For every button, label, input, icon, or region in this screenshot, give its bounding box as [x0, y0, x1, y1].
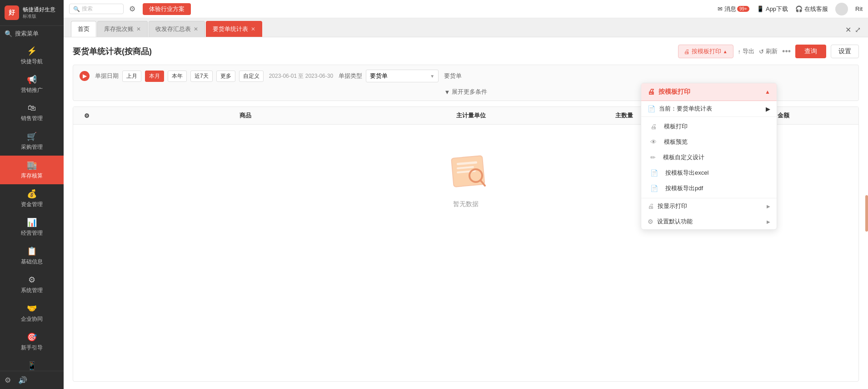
sidebar-item-sales[interactable]: 🛍 销售管理: [0, 99, 64, 127]
dropdown-export-excel[interactable]: 📄 按模板导出excel: [641, 165, 777, 181]
topbar-search-placeholder: 搜索: [82, 5, 93, 13]
system-icon: ⚙: [28, 275, 35, 285]
dropdown-template-preview[interactable]: 👁 模板预览: [641, 134, 777, 150]
online-service-label: 在线客服: [804, 5, 828, 13]
sound-icon[interactable]: 🔊: [18, 376, 27, 384]
online-service-button[interactable]: 🎧 在线客服: [795, 5, 828, 13]
app-name: 畅捷通好生意: [23, 6, 55, 14]
date-btn-this-month[interactable]: 本月: [145, 71, 164, 82]
sidebar-item-purchase[interactable]: 🛒 采购管理: [0, 127, 64, 156]
display-print-arrow-icon: ▶: [767, 204, 770, 209]
user-avatar[interactable]: [835, 3, 848, 15]
tab-inventory-batch[interactable]: 库存批次账 ✕: [97, 21, 148, 37]
page-content: 要货单统计表(按商品) 🖨 按模板打印 ▲ ↑ 导出 ↺: [64, 37, 868, 389]
sidebar-item-finance[interactable]: 💰 资金管理: [0, 184, 64, 213]
dropdown-current-template[interactable]: 📄 当前：要货单统计表 ▶: [641, 101, 777, 117]
sidebar-item-label: 系统管理: [21, 287, 43, 294]
sidebar-search-label: 搜索菜单: [15, 30, 39, 38]
more-button[interactable]: •••: [782, 47, 791, 56]
goods-filter-section: 要货单: [444, 72, 462, 80]
tab-home[interactable]: 首页: [71, 21, 96, 37]
date-btn-this-year[interactable]: 本年: [168, 71, 187, 82]
scroll-indicator[interactable]: [865, 195, 868, 232]
dropdown-title: 按模板打印: [658, 88, 690, 96]
page-header: 要货单统计表(按商品) 🖨 按模板打印 ▲ ↑ 导出 ↺: [73, 45, 859, 58]
date-filter-label: 单据日期: [95, 72, 119, 80]
trial-button[interactable]: 体验行业方案: [143, 3, 191, 15]
download-icon: 📱: [757, 5, 764, 12]
sidebar-search[interactable]: 🔍 搜索菜单: [0, 26, 64, 41]
date-btn-more[interactable]: 更多: [216, 71, 235, 82]
empty-state-text: 暂无数据: [453, 200, 479, 208]
sidebar-item-marketing[interactable]: 📢 营销推广: [0, 70, 64, 99]
date-btn-7days[interactable]: 近7天: [190, 71, 213, 82]
operations-icon: 📊: [27, 217, 37, 227]
th-settings[interactable]: ⚙: [78, 107, 96, 124]
export-excel-label: 按模板导出excel: [665, 169, 708, 177]
query-button[interactable]: 查询: [795, 45, 826, 58]
settings-button[interactable]: 设置: [831, 45, 859, 58]
sidebar-item-enterprise[interactable]: 🤝 企业协同: [0, 299, 64, 328]
template-print-button[interactable]: 🖨 按模板打印 ▲: [678, 45, 733, 58]
pdf-icon: 📄: [650, 185, 658, 192]
app-download-label: App下载: [766, 5, 788, 13]
set-default-icon: ⚙: [648, 218, 653, 225]
dropdown-set-default[interactable]: ⚙ 设置默认功能 ▶: [641, 214, 777, 229]
topbar-search[interactable]: 🔍 搜索: [69, 4, 124, 14]
quicknav-icon: ⚡: [27, 46, 37, 56]
close-window-icon[interactable]: ✕: [845, 25, 851, 34]
app-download-button[interactable]: 📱 App下载: [757, 5, 788, 13]
date-btn-last-month[interactable]: 上月: [122, 71, 141, 82]
dropdown-template-custom[interactable]: ✏ 模板自定义设计: [641, 150, 777, 165]
sidebar-item-quicknav[interactable]: ⚡ 快捷导航: [0, 41, 64, 70]
sidebar-item-label: 采购管理: [21, 143, 43, 151]
export-button[interactable]: ↑ 导出: [738, 47, 755, 56]
topbar: 🔍 搜索 ⚙ 体验行业方案 ✉ 消息 99+ 📱 App下载 🎧 在线客服 Ri…: [64, 0, 868, 18]
tab-receipt-summary-close[interactable]: ✕: [194, 26, 198, 32]
dropdown-expandable-left: ⚙ 设置默认功能: [648, 217, 693, 226]
sidebar-item-label: 企业协同: [21, 315, 43, 323]
dropdown-current-left: 📄 当前：要货单统计表: [648, 105, 712, 113]
gear-icon[interactable]: ⚙: [129, 5, 135, 13]
tab-order-stats[interactable]: 要货单统计表 ✕: [206, 21, 262, 37]
sidebar-nav: ⚡ 快捷导航 📢 营销推广 🛍 销售管理 🛒 采购管理 🏬 库存核算 💰 资金管…: [0, 41, 64, 371]
sidebar-item-operations[interactable]: 📊 经营管理: [0, 213, 64, 242]
app-name-block: 畅捷通好生意 标准版: [23, 6, 55, 20]
app-edition: 标准版: [23, 13, 55, 20]
sidebar-item-inventory[interactable]: 🏬 库存核算: [0, 156, 64, 184]
dropdown-item-left: 🖨 模板打印: [650, 122, 688, 131]
sidebar-item-apps[interactable]: 📱 应用中心: [0, 356, 64, 371]
dropdown-collapse-icon[interactable]: ▲: [765, 89, 770, 95]
message-button[interactable]: ✉ 消息 99+: [718, 5, 749, 13]
refresh-button[interactable]: ↺ 刷新: [759, 47, 778, 56]
app-logo-icon: 好: [5, 5, 19, 20]
date-btn-custom[interactable]: 自定义: [239, 71, 264, 82]
dropdown-template-print[interactable]: 🖨 模板打印: [641, 119, 777, 134]
th-unit: 主计量单位: [395, 107, 548, 124]
page-inner: 要货单统计表(按商品) 🖨 按模板打印 ▲ ↑ 导出 ↺: [64, 37, 868, 389]
sidebar-item-system[interactable]: ⚙ 系统管理: [0, 270, 64, 299]
tab-inventory-batch-close[interactable]: ✕: [136, 26, 141, 32]
tab-order-stats-close[interactable]: ✕: [251, 26, 255, 32]
dropdown-export-pdf[interactable]: 📄 按模板导出pdf: [641, 181, 777, 196]
expand-more-button[interactable]: ▼ 展开更多条件: [444, 88, 488, 96]
dropdown-header[interactable]: 🖨 按模板打印 ▲: [641, 83, 777, 101]
dropdown-item-left: 👁 模板预览: [650, 138, 688, 146]
sidebar-item-guide[interactable]: 🎯 新手引导: [0, 328, 64, 356]
date-filter-section: 单据日期 上月 本月 本年 近7天 更多 自定义 2023-06-01 至 20…: [95, 71, 333, 82]
sidebar-item-label: 新手引导: [21, 344, 43, 352]
current-arrow-icon: ▶: [766, 106, 770, 112]
tab-receipt-summary[interactable]: 收发存汇总表 ✕: [149, 21, 205, 37]
settings-bottom-icon[interactable]: ⚙: [5, 376, 11, 384]
dropdown-current-label: 当前：要货单统计表: [659, 105, 712, 113]
dropdown-display-print[interactable]: 🖨 按显示打印 ▶: [641, 198, 777, 214]
filter-expand-icon[interactable]: ▶: [80, 71, 90, 81]
th-product: 商品: [96, 107, 395, 124]
search-icon: 🔍: [5, 30, 12, 37]
chevron-up-icon: ▲: [723, 49, 728, 54]
maximize-window-icon[interactable]: ⤢: [855, 25, 861, 34]
order-type-select[interactable]: 要货单 ▼: [366, 70, 439, 82]
marketing-icon: 📢: [27, 75, 37, 85]
template-custom-label: 模板自定义设计: [663, 153, 704, 162]
sidebar-item-basic[interactable]: 📋 基础信息: [0, 242, 64, 270]
